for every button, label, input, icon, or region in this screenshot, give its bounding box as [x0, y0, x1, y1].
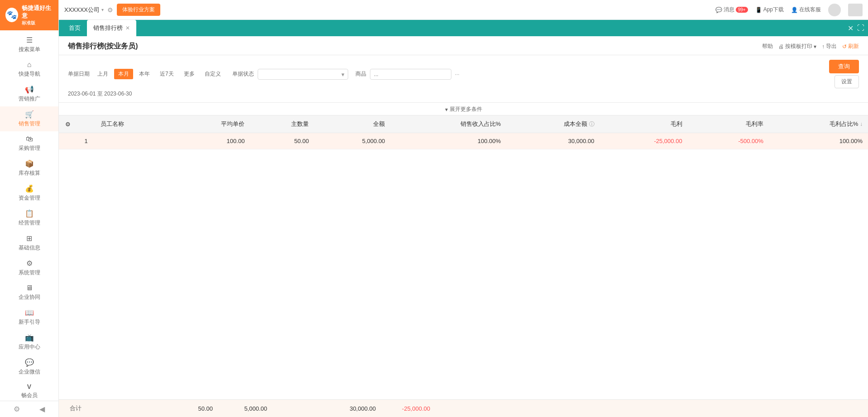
notification-item[interactable]: 💬 消息 99+: [715, 6, 748, 14]
filter-actions: 查询 设置: [829, 60, 859, 88]
column-settings-icon[interactable]: ⚙: [65, 121, 71, 128]
sidebar-item-member[interactable]: V 畅会员: [0, 379, 58, 401]
online-service-item[interactable]: 👤 在线客服: [791, 6, 821, 14]
footer-gross-profit: -25,000.00: [381, 405, 436, 412]
date-filter-group: 单据日期 上月 本月 本年 近7天 更多 自定义: [68, 69, 225, 79]
top-header: XXXXXX公司 ▾ ⚙ 体验行业方案 💬 消息 99+ 📱 App下载 👤 在…: [59, 0, 868, 20]
date-tab-current-year[interactable]: 本年: [135, 69, 154, 79]
tab-sales-ranking-label: 销售排行榜: [93, 24, 123, 32]
query-button[interactable]: 查询: [829, 60, 859, 73]
sidebar-settings-icon[interactable]: ⚙: [14, 405, 20, 413]
app-download-label: App下载: [763, 6, 784, 14]
date-tab-custom[interactable]: 自定义: [201, 69, 225, 79]
td-employee: [95, 133, 173, 149]
sidebar-item-enterprise[interactable]: 🖥 企业协同: [0, 280, 58, 305]
tab-home[interactable]: 首页: [62, 20, 87, 36]
sidebar-item-wechat[interactable]: 💬 企业微信: [0, 355, 58, 379]
company-selector[interactable]: XXXXXX公司 ▾: [64, 6, 104, 14]
tab-close-icon[interactable]: ✕: [125, 25, 130, 31]
sidebar-item-app-center[interactable]: 📺 应用中心: [0, 330, 58, 355]
header-settings-icon[interactable]: ⚙: [107, 6, 113, 14]
filter-row: 单据日期 上月 本月 本年 近7天 更多 自定义 单据状态: [68, 60, 859, 88]
user-avatar[interactable]: [828, 4, 841, 16]
sidebar-item-operations[interactable]: 📋 经营管理: [0, 206, 58, 230]
app-download-item[interactable]: 📱 App下载: [755, 6, 784, 14]
expand-button[interactable]: ▾ 展开更多条件: [445, 105, 482, 113]
logo-text: 畅捷通好生意 标准版: [22, 5, 53, 26]
footer-main-qty: 50.00: [173, 405, 218, 412]
print-button[interactable]: 🖨 按模板打印 ▾: [778, 43, 816, 50]
basic-info-icon: ⊞: [26, 234, 32, 243]
notification-badge: 99+: [736, 7, 748, 13]
sidebar-item-guide[interactable]: 📖 新手引导: [0, 305, 58, 330]
content-area: 销售排行榜(按业务员) 帮助 🖨 按模板打印 ▾ ↑ 导出 ↺ 刷新 单据日期: [59, 36, 868, 417]
tab-bar: 首页 销售排行榜 ✕ ✕ ⛶: [59, 20, 868, 36]
td-gross-ratio: 100.00%: [769, 133, 868, 149]
sidebar-bottom: ⚙ ◀: [0, 401, 58, 417]
sidebar-item-basic-info[interactable]: ⊞ 基础信息: [0, 230, 58, 255]
goods-filter-group: 商品 ···: [355, 69, 460, 80]
footer-label: 合计: [64, 404, 119, 412]
table-footer: 合计 50.00 5,000.00 30,000.00 -25,000.00: [59, 399, 868, 417]
sidebar-item-system[interactable]: ⚙ 系统管理: [0, 255, 58, 280]
expand-row: ▾ 展开更多条件: [59, 103, 868, 115]
sidebar-item-finance-label: 资金管理: [19, 194, 40, 202]
app-center-icon: 📺: [25, 333, 34, 342]
sidebar-item-quick-nav-label: 快捷导航: [19, 70, 40, 78]
help-button[interactable]: 帮助: [762, 43, 773, 50]
th-gross-profit: 毛利: [600, 115, 688, 133]
tab-expand-icon[interactable]: ⛶: [857, 24, 864, 33]
marketing-icon: 📢: [25, 85, 34, 94]
table-row: 1 100.00 50.00 5,000.00 100.00% 30,000.0…: [59, 133, 868, 149]
tab-close-all-icon[interactable]: ✕: [848, 24, 854, 33]
wechat-icon: 💬: [25, 358, 34, 367]
setting-button[interactable]: 设置: [834, 75, 859, 88]
user-info[interactable]: [848, 4, 863, 16]
sidebar-item-purchase[interactable]: 🛍 采购管理: [0, 131, 58, 156]
sidebar-item-enterprise-label: 企业协同: [19, 293, 40, 301]
sidebar-item-quick-nav[interactable]: ⌂ 快捷导航: [0, 57, 58, 81]
sidebar-item-guide-label: 新手引导: [19, 318, 40, 326]
sidebar-item-app-center-label: 应用中心: [19, 343, 40, 351]
export-button[interactable]: ↑ 导出: [822, 43, 837, 50]
sidebar-item-system-label: 系统管理: [19, 269, 40, 277]
sidebar-item-sales[interactable]: 🛒 销售管理: [0, 106, 58, 131]
message-icon: 💬: [715, 7, 722, 13]
gross-ratio-sort-icon: ↓: [860, 121, 863, 127]
app-download-icon: 📱: [755, 7, 762, 13]
sidebar-item-search[interactable]: ☰ 搜索菜单: [0, 32, 58, 57]
status-select[interactable]: [258, 69, 348, 80]
goods-filter-label: 商品: [355, 70, 366, 78]
sidebar-item-marketing[interactable]: 📢 营销推广: [0, 81, 58, 106]
td-gross-profit: -25,000.00: [600, 133, 688, 149]
header-right: 💬 消息 99+ 📱 App下载 👤 在线客服: [715, 4, 863, 16]
date-tab-more[interactable]: 更多: [180, 69, 199, 79]
refresh-button[interactable]: ↺ 刷新: [842, 43, 859, 50]
page-actions: 帮助 🖨 按模板打印 ▾ ↑ 导出 ↺ 刷新: [762, 43, 859, 50]
sidebar-collapse-icon[interactable]: ◀: [39, 405, 45, 413]
date-tab-7days[interactable]: 近7天: [156, 69, 178, 79]
sidebar-item-search-label: 搜索菜单: [19, 46, 40, 53]
date-tab-current-month[interactable]: 本月: [114, 69, 133, 79]
goods-input[interactable]: [370, 69, 451, 80]
sidebar-nav: ☰ 搜索菜单 ⌂ 快捷导航 📢 营销推广 🛒 销售管理 🛍 采购管理 📦 库存核…: [0, 30, 58, 401]
sidebar-item-wechat-label: 企业微信: [19, 368, 40, 376]
goods-more-btn[interactable]: ···: [455, 71, 460, 77]
sidebar-item-finance[interactable]: 💰 资金管理: [0, 181, 58, 206]
date-tab-prev-month[interactable]: 上月: [93, 69, 112, 79]
table-container: ⚙ 员工名称 平均单价 主数量 全额 销售收入占比% 成本全额 ⓘ 毛利 毛利率…: [59, 115, 868, 399]
date-filter-label: 单据日期: [68, 70, 90, 78]
th-sales-ratio: 销售收入占比%: [390, 115, 506, 133]
date-tabs: 上月 本月 本年 近7天 更多 自定义: [93, 69, 225, 79]
tab-sales-ranking[interactable]: 销售排行榜 ✕: [87, 20, 136, 36]
td-avg-price: 100.00: [173, 133, 250, 149]
notification-label: 消息: [724, 6, 734, 14]
sidebar-item-inventory[interactable]: 📦 库存核算: [0, 156, 58, 181]
trial-button[interactable]: 体验行业方案: [117, 4, 160, 16]
service-icon: 👤: [791, 7, 798, 13]
th-settings: ⚙: [59, 115, 77, 133]
td-sales-ratio: 100.00%: [390, 133, 506, 149]
quick-nav-icon: ⌂: [27, 61, 32, 69]
guide-icon: 📖: [25, 308, 34, 317]
td-settings: [59, 133, 77, 149]
